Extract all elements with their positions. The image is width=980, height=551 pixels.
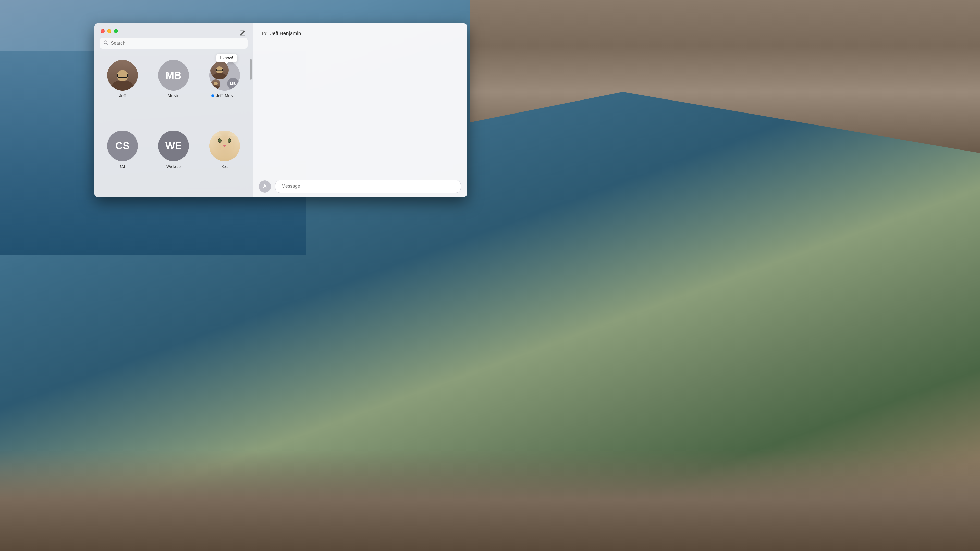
to-label: To: xyxy=(261,30,268,37)
avatar-melvin: MB xyxy=(158,60,189,91)
imessage-input[interactable] xyxy=(275,180,461,193)
avatar-jeff xyxy=(107,60,138,91)
search-icon xyxy=(103,40,108,46)
maximize-button[interactable] xyxy=(114,29,118,33)
contact-kat[interactable]: Kat xyxy=(199,127,250,197)
contact-jeff[interactable]: Jeff xyxy=(97,56,148,127)
search-input[interactable] xyxy=(111,41,243,46)
to-field: To: Jeff Benjamin xyxy=(261,30,459,37)
compose-footer: A xyxy=(253,176,467,197)
to-value: Jeff Benjamin xyxy=(270,30,301,37)
group-mb-badge: MB xyxy=(227,78,239,89)
contact-group[interactable]: I know! MB xyxy=(199,56,250,127)
sidebar: Jeff MB Melvin I know! xyxy=(94,24,253,197)
close-button[interactable] xyxy=(100,29,105,33)
contact-name-wallace: Wallace xyxy=(166,164,181,169)
scrollbar[interactable] xyxy=(250,54,251,194)
compose-body xyxy=(253,42,467,176)
contact-cj[interactable]: CS CJ xyxy=(97,127,148,197)
compose-panel: To: Jeff Benjamin A xyxy=(253,24,467,197)
traffic-lights xyxy=(100,29,118,33)
avatar-group: MB xyxy=(209,60,240,91)
contact-wallace[interactable]: WE Wallace xyxy=(148,127,199,197)
compose-header: To: Jeff Benjamin xyxy=(253,24,467,42)
app-store-button[interactable]: A xyxy=(259,180,271,192)
desktop-rocks-bottom xyxy=(0,449,980,551)
scrollbar-thumb xyxy=(250,59,251,79)
messages-window: Jeff MB Melvin I know! xyxy=(94,24,467,197)
group-indicator: Jeff, Melvi... xyxy=(211,94,238,98)
search-bar[interactable] xyxy=(100,38,248,49)
contact-name-jeff: Jeff xyxy=(119,94,126,98)
titlebar xyxy=(94,24,253,38)
contact-melvin[interactable]: MB Melvin xyxy=(148,56,199,127)
contact-name-kat: Kat xyxy=(221,164,228,169)
avatar-kat xyxy=(209,130,240,161)
contact-name-group: Jeff, Melvi... xyxy=(216,94,238,98)
minimize-button[interactable] xyxy=(107,29,111,33)
compose-button[interactable] xyxy=(239,29,247,37)
contact-name-melvin: Melvin xyxy=(168,94,180,98)
avatar-wallace: WE xyxy=(158,130,189,161)
contacts-grid: Jeff MB Melvin I know! xyxy=(94,53,253,197)
avatar-cj: CS xyxy=(107,130,138,161)
group-tooltip: I know! xyxy=(216,54,237,62)
unread-dot xyxy=(211,94,215,97)
contact-name-cj: CJ xyxy=(120,164,125,169)
